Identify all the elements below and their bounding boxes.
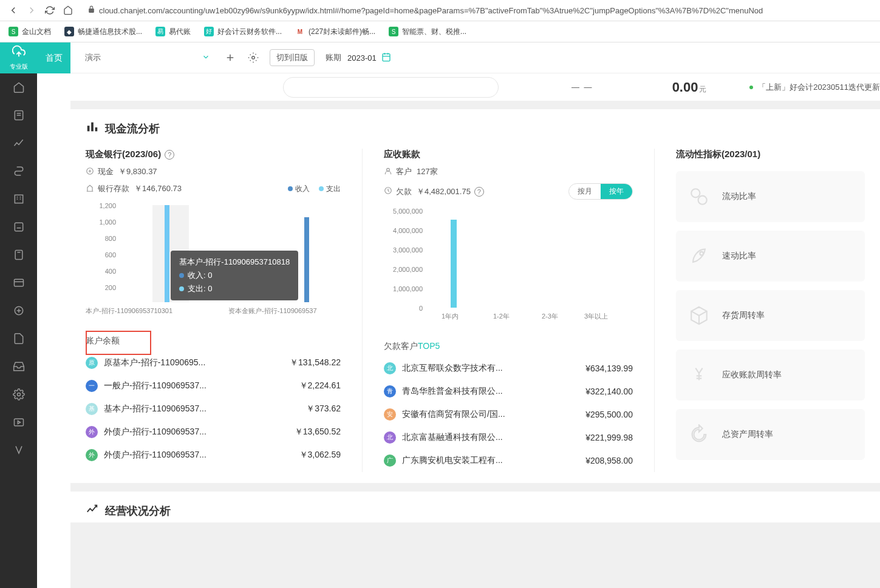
product-edition: 专业版 [10,63,28,71]
badge-icon: 原 [86,357,98,369]
cash-bank-chart[interactable]: 1,200 1,000 800 600 400 200 本户-招行-110906… [86,205,341,326]
company-name: 演示 [85,52,101,63]
liquidity-panel: 流动性指标(2023/01) 流动比率 速动比率 存货周转率 应收账款周转率 总… [676,149,865,472]
nav-tax-icon[interactable] [0,213,37,241]
metric-card[interactable]: 应收账款周转率 [676,350,865,400]
rocket-icon [687,244,711,268]
nav-video-icon[interactable] [0,408,37,436]
top-toolbar: 演示 切到旧版 账期 2023-01 [70,42,880,73]
search-pill[interactable] [283,77,499,98]
svg-rect-4 [14,279,23,286]
liquidity-title: 流动性指标(2023/01) [676,149,865,160]
bookmark-item[interactable]: M(227封未读邮件)畅... [295,27,375,37]
nav-doc-icon[interactable] [0,325,37,353]
receivable-panel: 应收账款 客户 127家 欠款 ￥4,482,001.75 ? [384,149,633,472]
top5-row[interactable]: 青青岛华胜普金科技有限公...¥322,140.00 [384,380,633,403]
nav-voucher-icon[interactable] [0,101,37,129]
nav-asset-icon[interactable] [0,297,37,325]
summary-strip: — — 0.00 元 「上新」好会计20230511迭代更新 [70,73,880,101]
tabs-column: 首页 [37,42,70,588]
nav-v-icon[interactable] [0,436,37,464]
badge-icon: 北 [384,362,396,374]
top5-row[interactable]: 北北京富基融通科技有限公...¥221,999.98 [384,426,633,449]
cloud-upload-icon [12,45,26,61]
bookmark-item[interactable]: 好好会计云财务软件... [204,27,282,37]
balance-list: 原原基本户-招行-11090695...￥131,548.22 一一般户-招行-… [86,351,341,467]
svg-rect-10 [87,126,90,131]
help-icon[interactable]: ? [165,150,174,160]
news-text: 「上新」好会计20230511迭代更新 [758,82,880,93]
balance-row[interactable]: 基基本户-招行-1109069537...￥373.62 [86,397,341,421]
badge-icon: 安 [384,408,396,421]
home-button[interactable] [61,3,75,18]
metric-card[interactable]: 流动比率 [676,171,865,222]
svg-rect-2 [15,223,22,231]
metric-card[interactable]: 速动比率 [676,231,865,282]
news-ticker[interactable]: 「上新」好会计20230511迭代更新 [749,82,880,93]
svg-point-16 [691,189,700,197]
nav-archive-icon[interactable] [0,269,37,297]
chart-bar[interactable] [451,220,457,308]
address-bar[interactable]: cloud.chanjet.com/accounting/uw1eb00zy96… [79,5,874,15]
product-logo[interactable]: 专业版 [0,42,37,73]
nav-calc-icon[interactable] [0,241,37,269]
nav-settings-icon[interactable] [0,380,37,408]
nav-inbox-icon[interactable] [0,353,37,380]
toggle-month[interactable]: 按月 [569,184,601,199]
svg-point-6 [17,393,20,396]
tab-home[interactable]: 首页 [37,42,70,73]
forward-button[interactable] [24,3,39,18]
bookmarks-bar: S金山文档 ◆畅捷通信息技术股... 易易代账 好好会计云财务软件... M(2… [0,21,880,42]
lock-icon [87,5,95,15]
svg-point-18 [700,252,703,255]
nav-report-icon[interactable] [0,129,37,157]
placeholder-dashes: — — [571,83,593,92]
plus-button[interactable] [220,47,240,68]
top5-row[interactable]: 安安徽有信商贸有限公司/国...¥295,500.00 [384,403,633,426]
period-toggle: 按月 按年 [568,183,633,200]
balance-row[interactable]: 外外债户-招行-1109069537...￥13,650.52 [86,421,341,444]
badge-icon: 外 [86,449,98,461]
gear-button[interactable] [243,47,264,68]
balance-row[interactable]: 一一般户-招行-1109069537...￥2,224.61 [86,374,341,397]
top5-row[interactable]: 广广东腾安机电安装工程有...¥208,958.00 [384,449,633,472]
chart-bar[interactable] [304,217,309,302]
back-button[interactable] [6,3,21,18]
balance-row[interactable]: 外外债户-招行-1109069537...￥3,062.59 [86,444,341,467]
bookmark-item[interactable]: S智能票、财、税推... [389,27,466,37]
top5-list: 北北京互帮联众数字技术有...¥634,139.99 青青岛华胜普金科技有限公.… [384,357,633,472]
metric-card[interactable]: 存货周转率 [676,290,865,341]
url-text: cloud.chanjet.com/accounting/uw1eb00zy96… [99,6,763,15]
badge-icon: 北 [384,431,396,444]
ratio-icon [687,184,711,209]
bookmark-item[interactable]: S金山文档 [9,27,51,37]
currency-yuan: 元 [699,84,706,95]
receivable-chart[interactable]: 5,000,000 4,000,000 3,000,000 2,000,000 … [384,211,633,332]
help-icon[interactable]: ? [474,187,484,197]
owe-stat: 欠款 ￥4,482,001.75 ? 按月 按年 [384,183,633,200]
svg-rect-3 [15,251,22,260]
client-stat: 客户 127家 [384,166,633,177]
reload-button[interactable] [43,3,57,18]
deposit-stat: 银行存款 ￥146,760.73 收入 支出 [86,183,341,194]
bookmark-item[interactable]: 易易代账 [155,27,191,37]
chart-bar[interactable] [165,205,169,302]
nav-building-icon[interactable] [0,185,37,213]
toggle-year[interactable]: 按年 [601,184,632,199]
section-title: 经营状况分析 [86,502,865,519]
biz-section: 经营状况分析 [70,492,880,522]
svg-rect-11 [91,123,94,132]
company-dropdown[interactable]: 演示 [78,48,217,67]
period-label: 账期 [326,52,341,63]
metric-card[interactable]: 总资产周转率 [676,409,865,460]
nav-home-icon[interactable] [0,73,37,101]
calendar-icon[interactable] [381,52,391,64]
svg-point-14 [387,168,390,171]
cash-stat: 现金 ￥9,830.37 [86,166,341,177]
top5-row[interactable]: 北北京互帮联众数字技术有...¥634,139.99 [384,357,633,380]
nav-money-icon[interactable] [0,157,37,185]
box-icon [687,303,711,328]
cycle-icon [687,422,711,447]
bookmark-item[interactable]: ◆畅捷通信息技术股... [64,27,142,37]
switch-old-button[interactable]: 切到旧版 [270,49,315,66]
